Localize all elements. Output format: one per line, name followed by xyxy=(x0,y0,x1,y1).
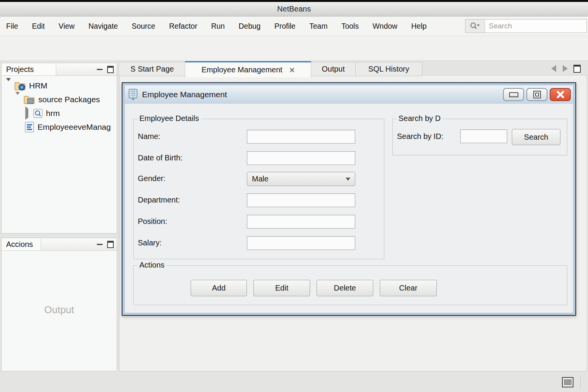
position-label: Position: xyxy=(138,217,167,226)
tree-node-label: EmployeeeveManag xyxy=(38,122,111,132)
position-field[interactable] xyxy=(247,215,355,229)
tab-label: S Start Page xyxy=(131,65,174,74)
minimize-panel-icon[interactable] xyxy=(97,244,103,245)
tab-label: Output xyxy=(322,65,345,74)
chevron-down-icon xyxy=(346,178,350,181)
name-label: Name: xyxy=(138,132,160,141)
collapse-arrow-icon[interactable] xyxy=(15,95,21,104)
java-file-icon xyxy=(24,121,34,133)
close-icon xyxy=(556,91,565,98)
search-by-id-label: Search by ID: xyxy=(397,132,443,141)
accions-panel-header: Accions xyxy=(2,238,117,251)
tree-node-source-packages[interactable]: source Packages xyxy=(2,93,117,106)
menu-run[interactable]: Run xyxy=(209,20,227,32)
menu-navigate[interactable]: Navigate xyxy=(86,20,120,32)
salary-label: Salary: xyxy=(138,238,162,247)
gender-label: Gender: xyxy=(138,174,165,183)
quick-search xyxy=(465,19,587,33)
expand-arrow-icon[interactable] xyxy=(25,109,31,118)
menu-edit[interactable]: Edit xyxy=(29,20,47,32)
tree-node-hrm-project[interactable]: HRM xyxy=(2,79,117,93)
group-title: Search by D xyxy=(397,114,443,123)
tree-node-hrm-package[interactable]: hrm xyxy=(2,106,117,120)
projects-panel-tab[interactable]: Projects xyxy=(2,63,56,75)
window-title: NetBeans xyxy=(277,5,311,13)
menu-source[interactable]: Source xyxy=(129,20,158,32)
department-field[interactable] xyxy=(247,193,355,207)
scroll-tabs-right-icon[interactable] xyxy=(563,65,568,72)
menu-profile[interactable]: Profile xyxy=(272,20,298,32)
projects-panel-header: Projects xyxy=(2,63,117,76)
frame-body: Employee Details Name: Date of Birth: Ge… xyxy=(125,104,573,313)
packages-folder-icon xyxy=(23,94,35,105)
group-title: Actions xyxy=(137,261,167,270)
tab-label: SQL History xyxy=(368,65,409,74)
menu-items: File Edit View Navigate Source Refactor … xyxy=(0,20,429,32)
dob-field[interactable] xyxy=(247,151,355,165)
accions-panel-title: Accions xyxy=(6,240,33,249)
maximize-window-button[interactable] xyxy=(526,88,547,101)
minimize-window-button[interactable] xyxy=(503,88,524,101)
gender-value: Male xyxy=(252,175,268,183)
department-label: Department: xyxy=(138,196,180,204)
projects-panel: Projects HRM xyxy=(1,63,117,234)
menu-refactor[interactable]: Refactor xyxy=(167,20,200,32)
tab-output[interactable]: Output xyxy=(310,62,356,76)
frame-titlebar[interactable]: Employee Management xyxy=(125,85,573,104)
frame-title: Employee Management xyxy=(142,90,227,99)
search-icon[interactable] xyxy=(466,20,485,33)
tab-start-page[interactable]: S Start Page xyxy=(119,62,186,76)
statusbar-separator xyxy=(580,376,581,389)
tree-node-label: hrm xyxy=(46,109,60,118)
minimize-panel-icon[interactable] xyxy=(97,69,103,70)
maximize-panel-icon[interactable] xyxy=(107,66,114,73)
tab-sql-history[interactable]: SQL History xyxy=(355,62,422,76)
dob-label: Date of Birth: xyxy=(138,154,183,162)
group-title: Employee Details xyxy=(137,114,201,123)
search-id-field[interactable] xyxy=(460,129,507,143)
clear-button[interactable]: Clear xyxy=(380,280,437,296)
tab-employee-management[interactable]: Employee Management xyxy=(185,61,311,77)
menu-view[interactable]: View xyxy=(56,20,77,32)
close-window-button[interactable] xyxy=(550,88,571,101)
maximize-panel-icon[interactable] xyxy=(107,241,114,248)
netbeans-window: NetBeans File Edit View Navigate Source … xyxy=(0,0,588,392)
menu-help[interactable]: Help xyxy=(409,20,429,32)
accions-panel: Accions Output xyxy=(1,238,117,371)
search-button[interactable]: Search xyxy=(512,129,560,145)
gender-combobox[interactable]: Male xyxy=(247,172,355,186)
salary-field[interactable] xyxy=(247,236,355,250)
name-field[interactable] xyxy=(247,130,355,144)
output-watermark: Output xyxy=(2,304,117,316)
menu-file[interactable]: File xyxy=(4,20,20,32)
package-icon xyxy=(33,108,43,118)
projects-tree: HRM source Packages hrm xyxy=(2,76,117,134)
expand-arrow-icon[interactable] xyxy=(6,81,11,90)
tree-node-employee-form[interactable]: EmployeeeveManag xyxy=(2,120,117,134)
memory-status-icon[interactable] xyxy=(562,377,573,387)
menu-debug[interactable]: Debug xyxy=(236,20,263,32)
delete-button[interactable]: Delete xyxy=(317,280,373,296)
search-input[interactable] xyxy=(485,20,586,33)
tab-label: Employee Management xyxy=(201,65,282,74)
tree-node-label: source Packages xyxy=(38,95,100,104)
scroll-tabs-left-icon[interactable] xyxy=(551,65,556,72)
edit-button[interactable]: Edit xyxy=(253,280,310,296)
toolbar xyxy=(0,36,588,61)
accions-panel-tab[interactable]: Accions xyxy=(2,238,41,250)
maximize-editor-icon[interactable] xyxy=(573,65,581,73)
employee-management-frame: Employee Management Employee Details Nam… xyxy=(122,82,576,316)
add-button[interactable]: Add xyxy=(191,280,247,296)
project-folder-icon xyxy=(14,80,26,91)
menu-team[interactable]: Team xyxy=(307,20,330,32)
menu-tools[interactable]: Tools xyxy=(339,20,361,32)
close-tab-icon[interactable] xyxy=(289,67,295,73)
os-titlebar: NetBeans xyxy=(0,2,588,16)
menu-window[interactable]: Wndow xyxy=(370,20,400,32)
projects-panel-title: Projects xyxy=(6,65,34,74)
tree-node-label: HRM xyxy=(29,81,47,90)
form-window-icon xyxy=(128,88,138,101)
